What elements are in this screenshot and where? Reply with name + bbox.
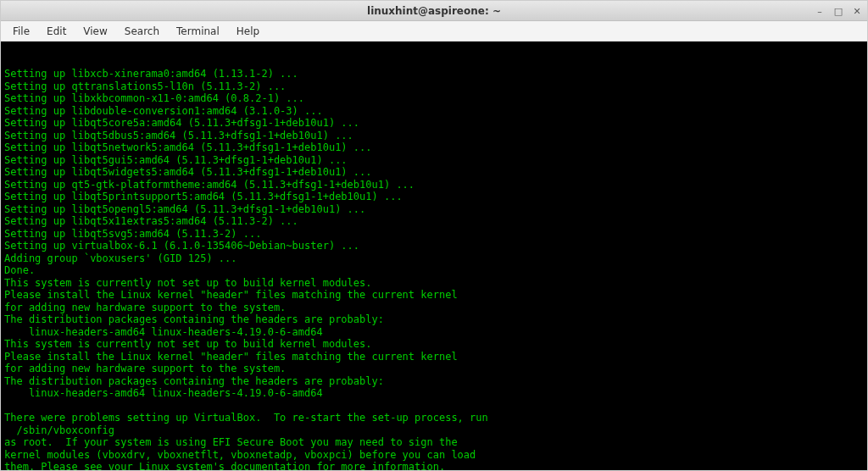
window-title: linuxhint@aspireone: ~	[367, 5, 501, 17]
terminal-line: Adding group `vboxusers' (GID 125) ...	[4, 252, 864, 265]
terminal-line: /sbin/vboxconfig	[4, 424, 864, 437]
terminal-line: for adding new hardware support to the s…	[4, 363, 864, 375]
terminal-line: as root. If your system is using EFI Sec…	[4, 436, 864, 449]
menu-search[interactable]: Search	[118, 24, 166, 39]
maximize-button[interactable]: □	[833, 6, 843, 16]
terminal-line: them. Please see your Linux system's doc…	[4, 461, 864, 470]
terminal-output: Setting up libxcb-xinerama0:amd64 (1.13.…	[4, 68, 864, 470]
window-controls: – □ ✕	[815, 1, 862, 21]
terminal-line: This system is currently not set up to b…	[4, 338, 864, 351]
terminal-line: The distribution packages containing the…	[4, 375, 864, 388]
terminal-line: kernel modules (vboxdrv, vboxnetflt, vbo…	[4, 449, 864, 462]
menu-help[interactable]: Help	[230, 24, 266, 39]
terminal-line: Setting up libqt5svg5:amd64 (5.11.3-2) .…	[4, 228, 864, 241]
terminal-line: The distribution packages containing the…	[4, 313, 864, 326]
terminal-line: Setting up virtualbox-6.1 (6.1.0-135406~…	[4, 240, 864, 252]
terminal-line: for adding new hardware support to the s…	[4, 302, 864, 314]
close-button[interactable]: ✕	[852, 6, 862, 16]
menubar: File Edit View Search Terminal Help	[1, 21, 867, 42]
terminal-line: Setting up libqt5widgets5:amd64 (5.11.3+…	[4, 166, 864, 179]
terminal-line: Please install the Linux kernel "header"…	[4, 289, 864, 302]
terminal-line: There were problems setting up VirtualBo…	[4, 412, 864, 424]
terminal-line: Setting up libqt5opengl5:amd64 (5.11.3+d…	[4, 203, 864, 216]
terminal-line: Setting up libxkbcommon-x11-0:amd64 (0.8…	[4, 92, 864, 105]
terminal-line: Setting up libqt5network5:amd64 (5.11.3+…	[4, 141, 864, 154]
terminal-line: Setting up libqt5dbus5:amd64 (5.11.3+dfs…	[4, 130, 864, 142]
terminal-line: Done.	[4, 264, 864, 277]
terminal-line: This system is currently not set up to b…	[4, 277, 864, 290]
menu-edit[interactable]: Edit	[40, 24, 73, 39]
terminal-line: linux-headers-amd64 linux-headers-4.19.0…	[4, 387, 864, 400]
terminal-line: Setting up libqt5gui5:amd64 (5.11.3+dfsg…	[4, 154, 864, 167]
menu-terminal[interactable]: Terminal	[170, 24, 226, 39]
menu-view[interactable]: View	[76, 24, 114, 39]
terminal-line: Please install the Linux kernel "header"…	[4, 351, 864, 363]
terminal-line: Setting up libxcb-xinerama0:amd64 (1.13.…	[4, 68, 864, 80]
terminal-line: Setting up libqt5core5a:amd64 (5.11.3+df…	[4, 117, 864, 130]
terminal-line: Setting up libqt5printsupport5:amd64 (5.…	[4, 191, 864, 203]
minimize-button[interactable]: –	[815, 6, 825, 16]
terminal-line: Setting up libqt5x11extras5:amd64 (5.11.…	[4, 215, 864, 228]
terminal-area[interactable]: Setting up libxcb-xinerama0:amd64 (1.13.…	[1, 42, 867, 470]
terminal-line: Setting up libdouble-conversion1:amd64 (…	[4, 105, 864, 118]
terminal-window: linuxhint@aspireone: ~ – □ ✕ File Edit V…	[0, 0, 868, 471]
terminal-line: linux-headers-amd64 linux-headers-4.19.0…	[4, 326, 864, 339]
terminal-line: Setting up qt5-gtk-platformtheme:amd64 (…	[4, 179, 864, 191]
terminal-line: Setting up qttranslations5-l10n (5.11.3-…	[4, 80, 864, 93]
terminal-line	[4, 400, 864, 413]
titlebar: linuxhint@aspireone: ~ – □ ✕	[1, 1, 867, 21]
menu-file[interactable]: File	[6, 24, 36, 39]
